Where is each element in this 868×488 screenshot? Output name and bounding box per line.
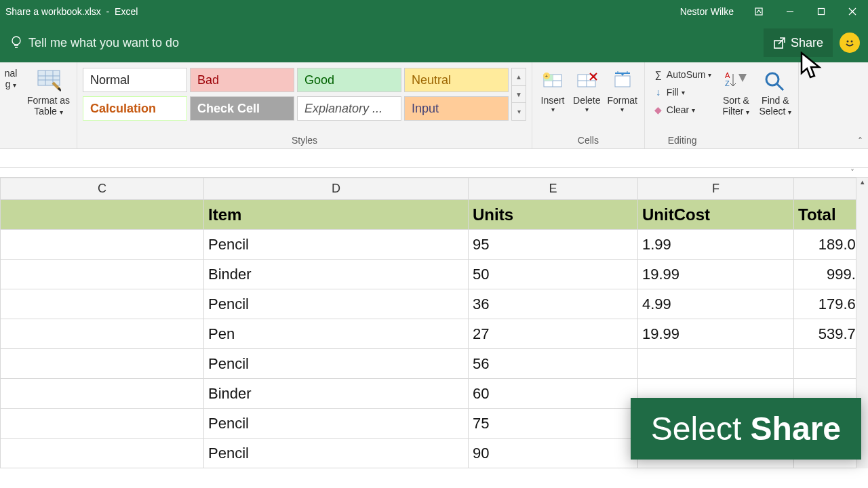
insert-cells-icon: + — [539, 68, 566, 94]
cell-units[interactable]: 90 — [469, 439, 638, 468]
formula-bar[interactable] — [0, 149, 868, 168]
svg-text:+: + — [545, 73, 549, 79]
find-select-icon — [762, 68, 789, 94]
cell[interactable] — [1, 260, 204, 289]
table-row[interactable]: Pencil564 — [1, 349, 869, 379]
cell-unitcost[interactable]: 4.99 — [638, 289, 794, 319]
cell-item[interactable]: Pencil — [204, 349, 469, 379]
tutorial-callout: Select Share — [631, 398, 861, 460]
close-button[interactable] — [837, 0, 868, 23]
cell-item[interactable]: Binder — [204, 260, 469, 289]
tell-me-bar: Tell me what you want to do Share — [0, 23, 868, 62]
account-user[interactable]: Nestor Wilke — [680, 6, 734, 17]
cell-unitcost[interactable] — [638, 349, 794, 379]
cell-units[interactable]: 60 — [469, 379, 638, 409]
col-header-f[interactable]: F — [638, 178, 794, 200]
cell[interactable] — [1, 230, 204, 260]
cell[interactable] — [1, 409, 204, 439]
style-explanatory[interactable]: Explanatory ... — [297, 96, 401, 121]
format-as-table-button[interactable]: Format as Table ▾ — [26, 66, 71, 118]
col-header-e[interactable]: E — [469, 178, 638, 200]
cell-units[interactable]: 95 — [469, 230, 638, 260]
format-as-table-icon — [35, 68, 62, 94]
cell-unitcost[interactable]: 19.99 — [638, 260, 794, 289]
fill-button[interactable]: ↓ Fill▾ — [650, 84, 715, 100]
ribbon-display-options-icon[interactable] — [743, 0, 774, 23]
sort-filter-icon: AZ — [722, 68, 749, 94]
cell-units[interactable]: 36 — [469, 289, 638, 319]
style-good[interactable]: Good — [297, 68, 401, 92]
tell-me-input[interactable]: Tell me what you want to do — [28, 36, 179, 50]
svg-point-8 — [851, 41, 853, 43]
svg-line-29 — [777, 84, 783, 90]
cells-group-label: Cells — [578, 135, 599, 147]
conditional-formatting-button[interactable]: nal g ▾ — [0, 66, 22, 118]
cell-item[interactable]: Pencil — [204, 230, 469, 260]
sigma-icon: ∑ — [653, 69, 664, 80]
table-row[interactable]: Pencil951.99189.05 — [1, 230, 869, 260]
header-units[interactable]: Units — [469, 200, 638, 230]
sort-filter-button[interactable]: AZ Sort & Filter ▾ — [721, 66, 751, 118]
col-header-c[interactable]: C — [1, 178, 204, 200]
svg-rect-25 — [615, 76, 630, 87]
minimize-button[interactable] — [774, 0, 806, 23]
titlebar: Share a workbook.xlsx - Excel Nestor Wil… — [0, 0, 868, 23]
style-check-cell[interactable]: Check Cell — [190, 96, 294, 121]
find-select-button[interactable]: Find & Select ▾ — [757, 66, 793, 118]
cell-item[interactable]: Pen — [204, 319, 469, 349]
insert-cells-button[interactable]: + Insert▾ — [538, 66, 568, 115]
delete-cells-icon — [573, 68, 600, 94]
gallery-scroll-down-icon[interactable]: ▼ — [512, 86, 526, 104]
ribbon: nal g ▾ Format as Table ▾ Normal Calcula… — [0, 62, 868, 149]
svg-rect-0 — [755, 8, 762, 15]
svg-rect-9 — [38, 70, 60, 85]
header-unitcost[interactable]: UnitCost — [638, 200, 794, 230]
cell[interactable] — [1, 289, 204, 319]
gallery-scroll-up-icon[interactable]: ▲ — [512, 68, 526, 86]
autosum-button[interactable]: ∑ AutoSum▾ — [650, 66, 715, 83]
cell-item[interactable]: Pencil — [204, 439, 469, 468]
cell-unitcost[interactable]: 1.99 — [638, 230, 794, 260]
svg-text:Z: Z — [725, 79, 730, 87]
table-row[interactable]: Pencil364.99179.64 — [1, 289, 869, 319]
eraser-icon: ◆ — [653, 104, 664, 115]
feedback-smiley-icon[interactable] — [840, 33, 860, 53]
cell-item[interactable]: Pencil — [204, 289, 469, 319]
cell-units[interactable]: 50 — [469, 260, 638, 289]
cell-item[interactable]: Binder — [204, 379, 469, 409]
format-cells-icon — [609, 68, 636, 94]
cell[interactable] — [1, 319, 204, 349]
cell-unitcost[interactable]: 19.99 — [638, 319, 794, 349]
svg-rect-2 — [818, 9, 825, 15]
clear-button[interactable]: ◆ Clear▾ — [650, 102, 715, 118]
lightbulb-icon — [9, 35, 23, 50]
cell-units[interactable]: 75 — [469, 409, 638, 439]
cell-units[interactable]: 27 — [469, 319, 638, 349]
cell-item[interactable]: Pencil — [204, 409, 469, 439]
col-header-d[interactable]: D — [204, 178, 469, 200]
cell[interactable] — [1, 349, 204, 379]
column-headers[interactable]: C D E F — [1, 178, 869, 200]
style-input[interactable]: Input — [404, 96, 509, 121]
delete-cells-button[interactable]: Delete▾ — [572, 66, 601, 115]
styles-gallery-scroll[interactable]: ▲ ▼ ▾ — [511, 68, 526, 121]
header-item[interactable]: Item — [204, 200, 469, 230]
cell[interactable] — [1, 439, 204, 468]
maximize-button[interactable] — [806, 0, 837, 23]
gallery-expand-icon[interactable]: ▾ — [512, 103, 526, 120]
share-button[interactable]: Share — [764, 28, 833, 57]
table-header-row[interactable]: Item Units UnitCost Total — [1, 200, 869, 230]
table-row[interactable]: Binder5019.99999.5 — [1, 260, 869, 289]
formula-bar-expand[interactable]: ˅ — [0, 168, 868, 178]
style-normal[interactable]: Normal — [83, 68, 187, 92]
cell-units[interactable]: 56 — [469, 349, 638, 379]
style-bad[interactable]: Bad — [190, 68, 294, 92]
cell-styles-gallery[interactable]: Normal Calculation Bad Check Cell Good E… — [83, 66, 526, 121]
style-neutral[interactable]: Neutral — [404, 68, 509, 92]
cell[interactable] — [1, 379, 204, 409]
table-row[interactable]: Pen2719.99539.73 — [1, 319, 869, 349]
collapse-ribbon-icon[interactable]: ˄ — [858, 136, 863, 146]
style-calculation[interactable]: Calculation — [83, 96, 187, 121]
scroll-up-icon[interactable]: ▴ — [856, 178, 868, 190]
format-cells-button[interactable]: Format▾ — [606, 66, 638, 115]
